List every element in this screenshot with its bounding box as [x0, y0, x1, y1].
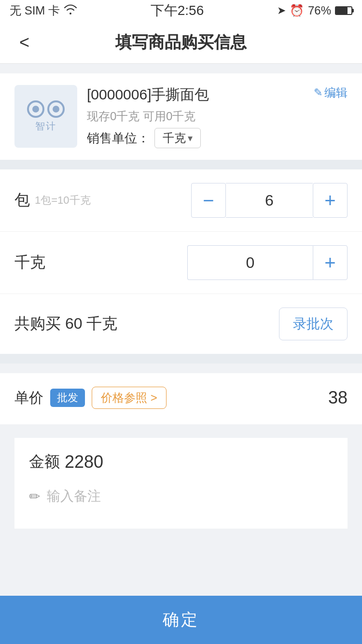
kg-controls: +	[187, 245, 348, 280]
dropdown-arrow-icon: ▾	[188, 132, 193, 144]
product-info: [0000006]手撕面包 ✎ 编辑 现存0千克 可用0千克 销售单位： 千克 …	[87, 85, 348, 148]
owl-left-eye	[27, 100, 44, 118]
kg-input[interactable]	[187, 245, 313, 280]
price-value: 38	[328, 388, 348, 408]
price-tag: 批发	[50, 389, 85, 407]
owl-right-eye	[47, 100, 65, 118]
edit-label: 编辑	[324, 85, 348, 100]
unit-label: 销售单位：	[87, 130, 150, 147]
price-ref-button[interactable]: 价格参照 >	[92, 387, 167, 409]
pencil-icon: ✏	[29, 489, 40, 504]
price-row: 单价 批发 价格参照 > 38	[14, 387, 348, 409]
remark-row[interactable]: ✏ 输入备注	[29, 482, 333, 515]
price-label: 单价	[14, 388, 43, 408]
product-card: 智计 [0000006]手撕面包 ✎ 编辑 现存0千克 可用0千克 销售单位： …	[0, 73, 362, 160]
confirm-button-label: 确定	[163, 609, 199, 631]
bao-label: 包	[14, 190, 30, 211]
remark-placeholder: 输入备注	[47, 487, 101, 505]
total-label: 共购买 60 千克	[14, 313, 117, 335]
bao-row: 包 1包=10千克 − +	[0, 169, 362, 232]
product-stock: 现存0千克 可用0千克	[87, 109, 348, 124]
bao-controls: − +	[191, 183, 348, 218]
edit-icon: ✎	[314, 86, 322, 99]
status-carrier: 无 SIM 卡	[10, 3, 77, 18]
product-image: 智计	[14, 85, 77, 148]
bao-input[interactable]	[226, 183, 313, 218]
location-icon: ➤	[277, 4, 286, 17]
amount-label: 金额	[29, 451, 60, 473]
bao-sublabel: 1包=10千克	[35, 193, 91, 208]
quantity-section: 包 1包=10千克 − + 千克 + 共购买 60 千克 录批次	[0, 169, 362, 354]
page-title: 填写商品购买信息	[115, 31, 247, 54]
batch-button[interactable]: 录批次	[279, 308, 348, 340]
carrier-text: 无 SIM 卡	[10, 3, 60, 18]
battery-percent: 76%	[308, 4, 331, 17]
unit-value: 千克	[163, 130, 186, 146]
wifi-icon	[64, 4, 77, 17]
kg-label: 千克	[14, 252, 45, 273]
amount-row: 金额 2280	[29, 451, 333, 473]
total-row: 共购买 60 千克 录批次	[0, 294, 362, 354]
price-section: 单价 批发 价格参照 > 38	[0, 373, 362, 424]
unit-selector[interactable]: 千克 ▾	[154, 128, 201, 148]
amount-section: 金额 2280 ✏ 输入备注	[0, 424, 362, 529]
status-bar: 无 SIM 卡 下午2:56 ➤ ⏰ 76%	[0, 0, 362, 21]
alarm-icon: ⏰	[290, 4, 304, 17]
bao-plus-button[interactable]: +	[313, 183, 348, 218]
status-right: ➤ ⏰ 76%	[277, 4, 352, 17]
separator-2	[0, 354, 362, 364]
separator-1	[0, 160, 362, 169]
status-time: 下午2:56	[151, 1, 204, 20]
product-name: [0000006]手撕面包	[87, 85, 209, 105]
kg-row: 千克 +	[0, 232, 362, 294]
bao-minus-button[interactable]: −	[191, 183, 226, 218]
back-button[interactable]: <	[14, 28, 34, 57]
kg-plus-button[interactable]: +	[313, 245, 348, 280]
product-logo: 智计	[27, 100, 65, 133]
edit-button[interactable]: ✎ 编辑	[314, 85, 348, 100]
battery-icon	[335, 6, 352, 15]
nav-bar: < 填写商品购买信息	[0, 21, 362, 64]
amount-value: 2280	[65, 452, 103, 472]
product-unit-row: 销售单位： 千克 ▾	[87, 128, 348, 148]
owl-label: 智计	[35, 120, 56, 133]
confirm-button-area[interactable]: 确定	[0, 596, 362, 644]
